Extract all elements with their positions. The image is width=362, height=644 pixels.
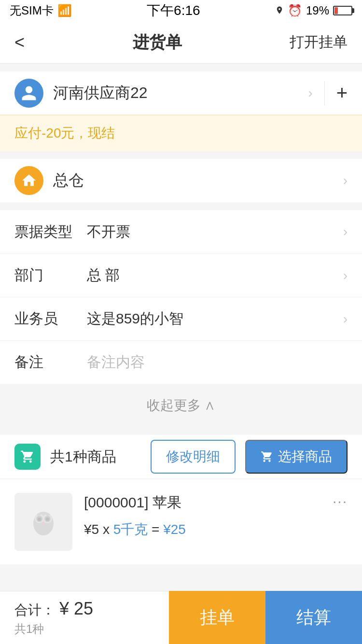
- products-header: 共1种商品 修改明细 选择商品: [0, 435, 362, 478]
- product-qty: 5千克: [113, 522, 148, 537]
- products-icon: [14, 444, 41, 470]
- unit-price: ¥5 x: [84, 522, 113, 537]
- product-more-button[interactable]: ···: [333, 493, 348, 509]
- warehouse-section: 总仓 ›: [0, 159, 362, 202]
- svg-point-5: [38, 518, 41, 521]
- total-area: 合计： ¥ 25 共1种: [0, 591, 169, 644]
- product-total: ¥25: [163, 522, 186, 537]
- supplier-avatar: [14, 79, 43, 108]
- main-content: 河南供应商22 › + 应付-20元，现结 总仓 › 票据类型 不开票 › 部门…: [0, 71, 362, 622]
- nav-bar: < 进货单 打开挂单: [0, 21, 362, 64]
- invoice-label: 票据类型: [14, 222, 82, 242]
- product-code: [0000001]: [84, 494, 153, 510]
- equals: =: [152, 522, 163, 537]
- page-title: 进货单: [133, 31, 182, 54]
- product-thumb-icon: [27, 505, 60, 539]
- product-info: [0000001] 苹果 ¥5 x 5千克 = ¥25: [84, 493, 321, 539]
- dept-chevron: ›: [343, 268, 348, 283]
- product-card: [0000001] 苹果 ¥5 x 5千克 = ¥25 ···: [0, 479, 362, 564]
- time-label: 下午6:16: [147, 1, 200, 20]
- total-label: 合计：: [14, 602, 55, 617]
- remark-input[interactable]: 备注内容: [82, 352, 348, 372]
- product-price: ¥5 x 5千克 = ¥25: [84, 520, 321, 539]
- remark-label: 备注: [14, 352, 82, 372]
- edit-detail-button[interactable]: 修改明细: [151, 440, 236, 474]
- status-right: ⏰ 19%: [275, 4, 352, 17]
- supplier-chevron: ›: [308, 85, 312, 101]
- dept-row[interactable]: 部门 总 部 ›: [0, 253, 362, 297]
- select-product-icon: [261, 450, 273, 463]
- total-amount: 合计： ¥ 25: [14, 599, 154, 619]
- supplier-alert: 应付-20元，现结: [0, 115, 362, 151]
- supplier-section: 河南供应商22 › + 应付-20元，现结: [0, 71, 362, 151]
- select-product-label: 选择商品: [278, 448, 332, 466]
- salesman-label: 业务员: [14, 309, 82, 329]
- supplier-row[interactable]: 河南供应商22 › +: [0, 71, 362, 115]
- invoice-chevron: ›: [343, 224, 348, 239]
- battery-percent: 19%: [306, 4, 329, 17]
- checkout-button[interactable]: 结算: [265, 591, 362, 644]
- invoice-row[interactable]: 票据类型 不开票 ›: [0, 210, 362, 253]
- status-bar: 无SIM卡 📶 下午6:16 ⏰ 19%: [0, 0, 362, 21]
- supplier-name: 河南供应商22: [53, 83, 303, 104]
- battery-icon: [333, 6, 352, 15]
- product-name: [0000001] 苹果: [84, 493, 321, 513]
- total-value: ¥ 25: [59, 599, 93, 618]
- divider: [324, 81, 325, 105]
- product-title: 苹果: [153, 494, 181, 510]
- products-count: 共1种商品: [50, 447, 141, 467]
- alarm-icon: ⏰: [288, 4, 302, 17]
- form-section: 票据类型 不开票 › 部门 总 部 › 业务员 这是859的小智 › 备注 备注…: [0, 210, 362, 384]
- select-product-button[interactable]: 选择商品: [245, 440, 348, 474]
- wifi-icon: 📶: [57, 4, 72, 17]
- collapse-row[interactable]: 收起更多 ∧: [0, 384, 362, 427]
- dept-label: 部门: [14, 266, 82, 285]
- total-sub: 共1种: [14, 621, 154, 637]
- add-button[interactable]: +: [336, 82, 348, 104]
- pending-button[interactable]: 挂单: [169, 591, 265, 644]
- salesman-chevron: ›: [343, 311, 348, 327]
- svg-point-6: [46, 518, 49, 521]
- open-pending-button[interactable]: 打开挂单: [290, 32, 348, 52]
- carrier-label: 无SIM卡: [10, 3, 54, 18]
- warehouse-chevron: ›: [343, 173, 348, 188]
- warehouse-icon: [14, 166, 43, 195]
- warehouse-row[interactable]: 总仓 ›: [0, 159, 362, 202]
- salesman-value: 这是859的小智: [82, 309, 338, 329]
- warehouse-name: 总仓: [53, 170, 338, 191]
- salesman-row[interactable]: 业务员 这是859的小智 ›: [0, 297, 362, 340]
- dept-value: 总 部: [82, 266, 338, 285]
- back-button[interactable]: <: [14, 32, 25, 53]
- bottom-bar: 合计： ¥ 25 共1种 挂单 结算: [0, 591, 362, 644]
- remark-row[interactable]: 备注 备注内容: [0, 340, 362, 384]
- status-left: 无SIM卡 📶: [10, 3, 72, 18]
- location-icon: [275, 4, 284, 17]
- invoice-value: 不开票: [82, 222, 338, 242]
- product-thumbnail: [14, 493, 72, 551]
